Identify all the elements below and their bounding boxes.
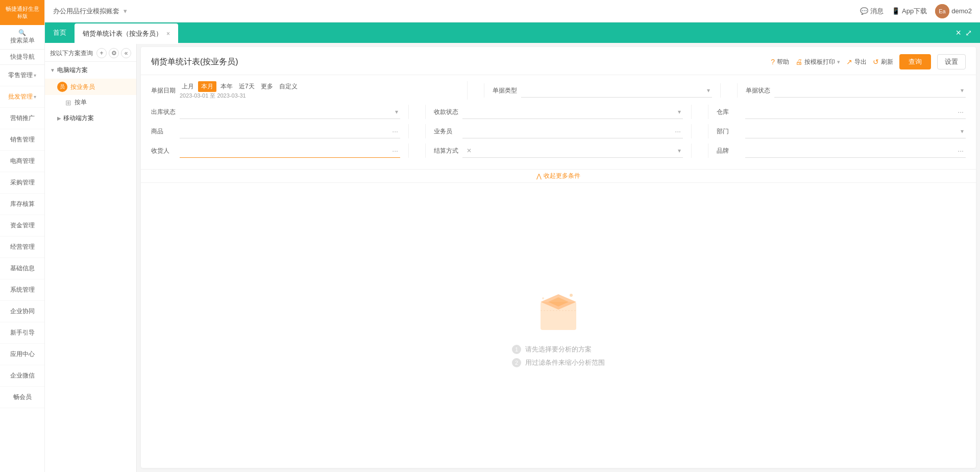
tab-close-window[interactable]: × xyxy=(955,28,961,38)
schema-item-by-order[interactable]: ⊞ 按单 xyxy=(45,95,136,110)
filter-outbound-status: 出库状态 ▾ xyxy=(151,105,409,119)
date-tab-custom[interactable]: 自定义 xyxy=(277,81,300,92)
bill-status-control[interactable]: ▾ xyxy=(774,83,966,98)
collapse-bar[interactable]: ⋀ 收起更多条件 xyxy=(141,170,976,183)
brand-more: ··· xyxy=(958,147,964,155)
order-label: 按单 xyxy=(75,98,87,107)
settlement-arrow: ▾ xyxy=(678,147,681,154)
sidebar-item-8[interactable]: 经营管理 xyxy=(0,237,44,258)
print-btn[interactable]: 🖨 按模板打印 ▾ xyxy=(795,58,840,66)
message-btn[interactable]: 💬 消息 xyxy=(860,7,884,16)
sidebar-item-12[interactable]: 新手引导 xyxy=(0,322,44,344)
schema-item-by-salesperson[interactable]: 员 按业务员 xyxy=(45,79,136,95)
group-mobile-arrow: ▶ xyxy=(57,115,61,121)
empty-hint-1: 1 请先选择要分析的方案 xyxy=(512,345,592,354)
app-download-btn[interactable]: 📱 App下载 xyxy=(892,7,927,16)
empty-visual xyxy=(528,284,589,337)
sidebar-item-7[interactable]: 资金管理 xyxy=(0,215,44,237)
user-avatar-area[interactable]: Ea demo2 xyxy=(935,4,972,18)
department-label: 部门 xyxy=(717,127,745,136)
print-dropdown-icon[interactable]: ▾ xyxy=(837,59,840,65)
sidebar-item-0[interactable]: 零售管理 ▾ xyxy=(0,65,44,86)
payment-control[interactable]: ▾ xyxy=(462,105,683,119)
left-panel-add-btn[interactable]: + xyxy=(96,48,107,58)
date-tab-this-month[interactable]: 本月 xyxy=(198,81,216,92)
app-download-label: App下载 xyxy=(902,7,927,16)
schema-group-mobile-header[interactable]: ▶ 移动端方案 xyxy=(45,110,136,127)
empty-hint-2: 2 用过滤条件来缩小分析范围 xyxy=(512,358,605,367)
sidebar-item-9[interactable]: 基础信息 xyxy=(0,258,44,279)
refresh-label: 刷新 xyxy=(881,58,893,66)
filter-divider-2a xyxy=(425,105,426,119)
filter-divider-2b xyxy=(708,105,708,119)
date-tab-7days[interactable]: 近7天 xyxy=(237,81,257,92)
tab-close-icon[interactable]: × xyxy=(166,30,170,37)
salesperson-control[interactable]: ··· xyxy=(462,124,683,138)
tab-expand-btn[interactable]: ⤢ xyxy=(965,28,972,38)
sidebar-item-label-14: 企业微信 xyxy=(10,372,35,379)
filter-brand: 品牌 ··· xyxy=(717,144,966,158)
sidebar-item-15[interactable]: 畅会员 xyxy=(0,387,44,408)
outbound-control[interactable]: ▾ xyxy=(180,105,400,119)
export-btn[interactable]: ↗ 导出 xyxy=(846,58,867,66)
sidebar-item-1[interactable]: 批发管理 ▾ xyxy=(0,86,44,108)
help-btn[interactable]: ? 帮助 xyxy=(771,58,789,66)
tab-home[interactable]: 首页 xyxy=(45,22,75,43)
sidebar-item-3[interactable]: 销售管理 xyxy=(0,129,44,151)
avatar: Ea xyxy=(935,4,949,18)
svg-text:Ea: Ea xyxy=(939,8,946,14)
bill-status-label: 单据状态 xyxy=(746,86,774,95)
sidebar-item-14[interactable]: 企业微信 xyxy=(0,365,44,387)
query-btn[interactable]: 查询 xyxy=(899,54,931,69)
topbar: 办公用品行业模拟账套 ▾ 💬 消息 📱 App下载 Ea demo2 xyxy=(45,0,980,22)
left-panel-collapse-btn[interactable]: « xyxy=(121,48,131,58)
left-panel: 按以下方案查询 + ⚙ « ▼ 电脑端方案 员 按业务员 ⊞ xyxy=(45,43,137,472)
warehouse-control[interactable]: ··· xyxy=(745,105,966,119)
tab-sales-stats-label: 销货单统计表（按业务员） xyxy=(83,29,162,38)
group-pc-label: 电脑端方案 xyxy=(57,66,88,75)
left-panel-settings-btn[interactable]: ⚙ xyxy=(109,48,119,58)
tab-sales-stats[interactable]: 销货单统计表（按业务员） × xyxy=(75,23,178,44)
recipient-control[interactable]: ··· xyxy=(180,144,400,158)
settlement-control[interactable]: ✕ ▾ xyxy=(462,144,683,158)
sidebar-item-5[interactable]: 采购管理 xyxy=(0,172,44,194)
topbar-dropdown-icon[interactable]: ▾ xyxy=(124,7,127,15)
filter-divider-3a xyxy=(425,124,426,138)
sidebar: 畅捷通好生意 标版 🔍 搜索菜单 快捷导航 零售管理 ▾批发管理 ▾营销推广销售… xyxy=(0,0,45,472)
content: 按以下方案查询 + ⚙ « ▼ 电脑端方案 员 按业务员 ⊞ xyxy=(45,43,980,472)
sidebar-quicknav[interactable]: 快捷导航 xyxy=(0,50,44,65)
settings-btn[interactable]: 设置 xyxy=(937,54,966,69)
sidebar-item-6[interactable]: 库存核算 xyxy=(0,194,44,215)
settlement-label: 结算方式 xyxy=(434,147,462,155)
export-label: 导出 xyxy=(854,58,867,66)
sidebar-item-13[interactable]: 应用中心 xyxy=(0,344,44,365)
date-tab-more[interactable]: 更多 xyxy=(259,81,275,92)
product-control[interactable]: ··· xyxy=(180,124,400,138)
right-panel: 销货单统计表(按业务员) ? 帮助 🖨 按模板打印 ▾ ↗ 导出 xyxy=(141,47,976,468)
brand-label: 品牌 xyxy=(717,147,745,155)
sidebar-logo[interactable]: 畅捷通好生意 标版 xyxy=(0,0,44,25)
sidebar-search[interactable]: 🔍 搜索菜单 xyxy=(0,25,44,50)
schema-group-pc-header[interactable]: ▼ 电脑端方案 xyxy=(45,62,136,79)
department-control[interactable]: ▾ xyxy=(745,124,966,138)
filter-divider-4b xyxy=(708,144,708,158)
date-tab-last-month[interactable]: 上月 xyxy=(180,81,196,92)
date-tab-this-year[interactable]: 本年 xyxy=(218,81,235,92)
sidebar-item-11[interactable]: 企业协同 xyxy=(0,301,44,322)
brand-control[interactable]: ··· xyxy=(745,144,966,158)
page-header: 销货单统计表(按业务员) ? 帮助 🖨 按模板打印 ▾ ↗ 导出 xyxy=(141,47,976,75)
collapse-label: 收起更多条件 xyxy=(544,172,580,180)
username-label: demo2 xyxy=(951,7,972,15)
product-label: 商品 xyxy=(151,127,180,136)
tab-home-label: 首页 xyxy=(53,28,66,37)
sidebar-item-10[interactable]: 系统管理 xyxy=(0,279,44,301)
sidebar-item-4[interactable]: 电商管理 xyxy=(0,151,44,172)
refresh-btn[interactable]: ↺ 刷新 xyxy=(873,58,893,66)
topbar-title: 办公用品行业模拟账套 xyxy=(53,7,119,16)
sidebar-item-2[interactable]: 营销推广 xyxy=(0,108,44,129)
sidebar-item-label-1: 批发管理 xyxy=(8,93,33,100)
settlement-clear[interactable]: ✕ xyxy=(467,147,472,154)
logo-sub: 标版 xyxy=(3,13,41,20)
bill-type-control[interactable]: ▾ xyxy=(521,83,713,98)
message-icon: 💬 xyxy=(860,7,868,15)
